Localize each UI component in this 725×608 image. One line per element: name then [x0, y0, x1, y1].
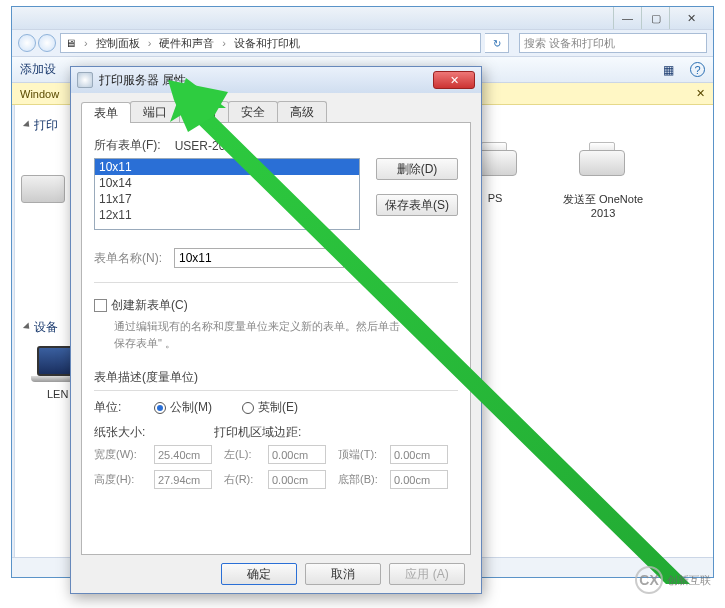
unit-metric-label: 公制(M)	[170, 399, 212, 416]
all-forms-label: 所有表单(F):	[94, 137, 161, 154]
dialog-close-button[interactable]: ✕	[433, 71, 475, 89]
nav-bar: 🖥› 控制面板› 硬件和声音› 设备和打印机 ↻ 搜索 设备和打印机	[12, 29, 713, 57]
info-bar-close[interactable]: ✕	[696, 87, 705, 100]
list-item[interactable]: 10x11	[95, 159, 359, 175]
crumb-devices-printers[interactable]: 设备和打印机	[230, 36, 304, 51]
top-label: 顶端(T):	[338, 447, 386, 462]
left-label: 左(L):	[224, 447, 264, 462]
minimize-button[interactable]: —	[613, 7, 641, 29]
paper-size-label: 纸张大小:	[94, 424, 214, 441]
tab-drivers[interactable]: 驱动	[179, 101, 229, 122]
ok-button[interactable]: 确定	[221, 563, 297, 585]
form-name-label: 表单名称(N):	[94, 250, 174, 267]
close-button[interactable]: ✕	[669, 7, 713, 29]
tab-panel-forms: 所有表单(F): USER-20ID 10x11 10x14 11x17 12x…	[81, 123, 471, 555]
dialog-icon	[77, 72, 93, 88]
cancel-button[interactable]: 取消	[305, 563, 381, 585]
delete-button[interactable]: 删除(D)	[376, 158, 458, 180]
unit-label: 单位:	[94, 399, 154, 416]
width-input[interactable]: 25.40cm	[154, 445, 212, 464]
create-new-form-checkbox[interactable]	[94, 299, 107, 312]
info-bar-text: Window	[20, 88, 59, 100]
watermark: CX 创新互联	[635, 566, 711, 594]
title-bar: — ▢ ✕	[12, 7, 713, 29]
list-item[interactable]: 12x11	[95, 207, 359, 223]
breadcrumb[interactable]: 🖥› 控制面板› 硬件和声音› 设备和打印机	[60, 33, 481, 53]
list-item[interactable]: 10x14	[95, 175, 359, 191]
form-name-input[interactable]	[174, 248, 344, 268]
tab-ports[interactable]: 端口	[130, 101, 180, 122]
right-input[interactable]: 0.00cm	[268, 470, 326, 489]
forward-button[interactable]	[38, 34, 56, 52]
forms-listbox[interactable]: 10x11 10x14 11x17 12x11	[94, 158, 360, 230]
tab-security[interactable]: 安全	[228, 101, 278, 122]
hint-text: 通过编辑现有的名称和度量单位来定义新的表单。然后单击 " 保存表单" 。	[114, 318, 458, 351]
apply-button[interactable]: 应用 (A)	[389, 563, 465, 585]
device-onenote-l2: 2013	[591, 207, 615, 219]
dialog-title-bar[interactable]: 打印服务器 属性 ✕	[71, 67, 481, 93]
crumb-control-panel[interactable]: 控制面板	[92, 36, 144, 51]
height-label: 高度(H):	[94, 472, 150, 487]
width-label: 宽度(W):	[94, 447, 150, 462]
tab-advanced[interactable]: 高级	[277, 101, 327, 122]
refresh-button[interactable]: ↻	[485, 33, 509, 53]
search-input[interactable]: 搜索 设备和打印机	[519, 33, 707, 53]
maximize-button[interactable]: ▢	[641, 7, 669, 29]
create-new-form-label: 创建新表单(C)	[111, 297, 188, 314]
device-ps-label: PS	[488, 192, 503, 204]
bottom-input[interactable]: 0.00cm	[390, 470, 448, 489]
view-icon[interactable]: ▦	[660, 62, 676, 78]
back-button[interactable]	[18, 34, 36, 52]
all-forms-value: USER-20ID	[175, 139, 238, 153]
dialog-tabs: 表单 端口 驱动 安全 高级	[81, 101, 471, 123]
bottom-label: 底部(B):	[338, 472, 386, 487]
list-item[interactable]: 11x17	[95, 191, 359, 207]
unit-imperial-radio[interactable]	[242, 402, 254, 414]
right-label: 右(R):	[224, 472, 264, 487]
unit-imperial-label: 英制(E)	[258, 399, 298, 416]
device-len-label: LEN	[47, 388, 68, 400]
device-onenote[interactable]: 发送至 OneNote 2013	[563, 140, 643, 219]
margins-label: 打印机区域边距:	[214, 424, 301, 441]
dialog-title: 打印服务器 属性	[99, 72, 186, 89]
watermark-text: 创新互联	[667, 573, 711, 588]
breadcrumb-icon: 🖥	[61, 37, 80, 49]
crumb-hardware-sound[interactable]: 硬件和声音	[155, 36, 218, 51]
watermark-badge: CX	[635, 566, 663, 594]
height-input[interactable]: 27.94cm	[154, 470, 212, 489]
print-server-properties-dialog: 打印服务器 属性 ✕ 表单 端口 驱动 安全 高级 所有表单(F): USER-…	[70, 66, 482, 594]
help-icon[interactable]: ?	[690, 62, 705, 77]
save-form-button[interactable]: 保存表单(S)	[376, 194, 458, 216]
add-device-menu[interactable]: 添加设	[20, 61, 56, 78]
unit-metric-radio[interactable]	[154, 402, 166, 414]
top-input[interactable]: 0.00cm	[390, 445, 448, 464]
tab-forms[interactable]: 表单	[81, 102, 131, 123]
left-input[interactable]: 0.00cm	[268, 445, 326, 464]
form-desc-header: 表单描述(度量单位)	[94, 369, 458, 386]
device-scanner[interactable]	[21, 175, 65, 213]
device-onenote-l1: 发送至 OneNote	[563, 192, 643, 207]
dialog-footer: 确定 取消 应用 (A)	[81, 555, 471, 593]
